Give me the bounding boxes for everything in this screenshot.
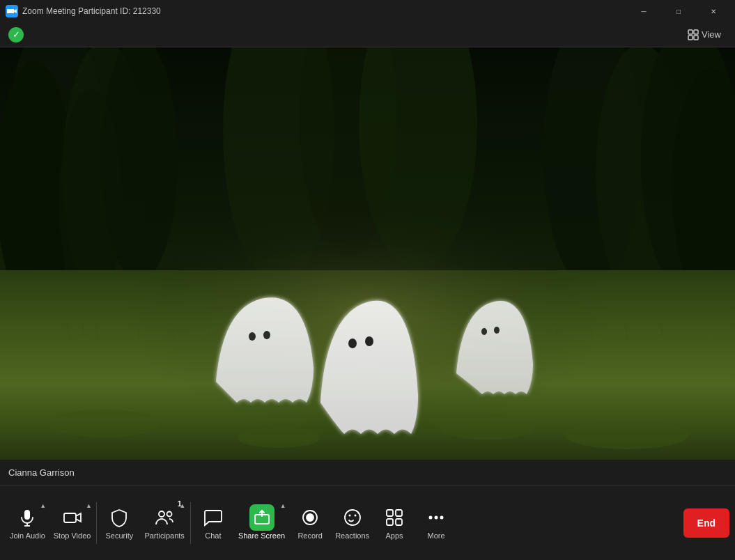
more-label: More xyxy=(428,531,445,540)
svg-point-33 xyxy=(263,331,270,339)
message-icon xyxy=(203,508,223,527)
minimize-button[interactable]: ─ xyxy=(628,0,660,22)
security-icon xyxy=(108,506,130,529)
svg-rect-57 xyxy=(387,519,393,525)
svg-point-32 xyxy=(249,332,256,341)
svg-point-52 xyxy=(348,514,350,516)
svg-point-36 xyxy=(481,328,487,335)
svg-rect-55 xyxy=(387,510,393,516)
participants-label: Participants xyxy=(144,531,184,540)
end-button[interactable]: End xyxy=(683,508,729,538)
record-circle-icon xyxy=(300,508,320,527)
ellipsis-icon xyxy=(426,508,446,527)
svg-point-47 xyxy=(167,511,172,516)
svg-point-61 xyxy=(440,515,444,519)
audio-chevron-button[interactable]: ▲ xyxy=(38,501,48,511)
participants-icon xyxy=(153,506,176,529)
svg-point-39 xyxy=(237,427,320,448)
svg-point-40 xyxy=(439,414,536,440)
svg-point-34 xyxy=(348,339,357,348)
sep-2 xyxy=(190,502,191,544)
people-icon xyxy=(154,508,175,527)
view-button[interactable]: View xyxy=(682,26,727,43)
camera-icon xyxy=(63,508,82,527)
name-bar: Cianna Garrison xyxy=(0,460,735,485)
video-area xyxy=(0,47,735,460)
forest-scene xyxy=(0,47,735,460)
titlebar: Zoom Meeting Participant ID: 212330 ─ □ … xyxy=(0,0,735,22)
chat-button[interactable]: Chat xyxy=(192,495,234,551)
grid-icon xyxy=(688,29,699,40)
svg-point-35 xyxy=(365,336,373,346)
chat-icon xyxy=(202,506,224,529)
svg-point-41 xyxy=(564,419,690,449)
svg-point-59 xyxy=(429,515,433,519)
record-button[interactable]: Record xyxy=(289,495,331,551)
share-screen-button[interactable]: ▲ Share Screen xyxy=(234,495,289,551)
apps-label: Apps xyxy=(386,531,403,540)
toolbar: ▲ Join Audio ▲ Stop Video xyxy=(0,485,735,560)
svg-rect-3 xyxy=(688,36,693,40)
audio-label: Join Audio xyxy=(10,531,45,540)
svg-rect-42 xyxy=(24,510,30,520)
topbar: ✓ View xyxy=(0,22,735,47)
more-icon xyxy=(425,506,447,529)
join-audio-button[interactable]: ▲ Join Audio xyxy=(6,495,49,551)
maximize-button[interactable]: □ xyxy=(663,0,695,22)
zoom-app-icon xyxy=(6,5,18,17)
window-controls: ─ □ ✕ xyxy=(628,0,729,22)
ghost-scene-svg xyxy=(0,47,735,460)
audio-icon xyxy=(16,506,38,529)
record-icon xyxy=(299,506,321,529)
participant-name: Cianna Garrison xyxy=(8,467,75,478)
svg-rect-45 xyxy=(64,513,76,522)
chat-label: Chat xyxy=(205,531,221,540)
grid-apps-icon xyxy=(385,508,404,527)
video-label: Stop Video xyxy=(54,531,91,540)
reactions-button[interactable]: + Reactions xyxy=(331,495,373,551)
svg-point-60 xyxy=(435,515,438,519)
record-label: Record xyxy=(297,531,322,540)
participants-button[interactable]: ▲ 1 Participants xyxy=(140,495,188,551)
emoji-icon: + xyxy=(343,508,362,527)
video-icon xyxy=(61,506,84,529)
security-label: Security xyxy=(106,531,134,540)
more-button[interactable]: More xyxy=(415,495,457,551)
share-screen-label: Share Screen xyxy=(238,531,285,540)
svg-rect-56 xyxy=(396,510,402,516)
svg-point-46 xyxy=(159,511,164,517)
stop-video-button[interactable]: ▲ Stop Video xyxy=(49,495,95,551)
svg-text:+: + xyxy=(357,510,360,516)
video-chevron-button[interactable]: ▲ xyxy=(84,501,93,511)
shield-icon xyxy=(109,508,129,527)
svg-point-38 xyxy=(49,410,160,437)
svg-point-50 xyxy=(307,514,314,521)
reactions-label: Reactions xyxy=(335,531,369,540)
svg-rect-58 xyxy=(396,519,402,525)
window-title: Zoom Meeting Participant ID: 212330 xyxy=(22,6,628,16)
apps-icon xyxy=(383,506,405,529)
reactions-icon: + xyxy=(341,506,364,529)
microphone-icon xyxy=(17,508,37,527)
close-button[interactable]: ✕ xyxy=(697,0,729,22)
share-chevron-button[interactable]: ▲ xyxy=(278,501,288,511)
security-shield-icon: ✓ xyxy=(8,27,24,42)
svg-rect-2 xyxy=(694,30,698,34)
view-label: View xyxy=(702,29,721,40)
svg-rect-4 xyxy=(694,36,698,40)
svg-point-37 xyxy=(494,327,500,334)
apps-button[interactable]: Apps xyxy=(373,495,415,551)
share-arrow-icon xyxy=(254,509,270,526)
svg-rect-1 xyxy=(688,30,693,34)
sep-1 xyxy=(96,502,97,544)
participants-badge: 1 xyxy=(178,499,182,508)
share-screen-icon xyxy=(251,506,273,529)
security-button[interactable]: Security xyxy=(98,495,140,551)
